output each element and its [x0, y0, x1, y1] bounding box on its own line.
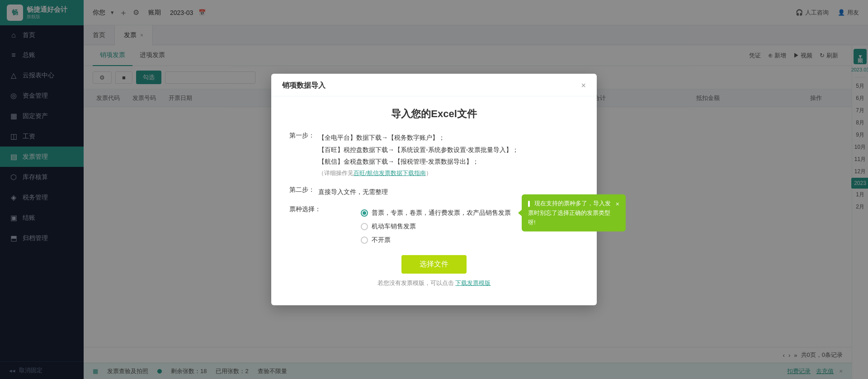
step1-label: 第一步：	[289, 132, 315, 140]
radio-option-3[interactable]	[361, 237, 368, 244]
radio-row-1: 普票，专票，卷票，通行费发票，农产品销售发票 × 现在支持的票种多了，导入发票时…	[361, 209, 526, 217]
download-hint-text: 若您没有发票模版，可以点击	[377, 280, 454, 286]
radio-row-3: 不开票	[361, 236, 526, 244]
step1-inline: 第一步： 【全电平台】数据下载→【税务数字账户】； 【百旺】税控盘数据下载→【系…	[289, 132, 579, 179]
download-hint: 若您没有发票模版，可以点击 下载发票模版	[377, 279, 491, 287]
step1-row: 第一步： 【全电平台】数据下载→【税务数字账户】； 【百旺】税控盘数据下载→【系…	[289, 132, 579, 179]
radio-group: 普票，专票，卷票，通行费发票，农产品销售发票 × 现在支持的票种多了，导入发票时…	[361, 209, 526, 244]
step1-line3: 【航信】金税盘数据下载→【报税管理-发票数据导出】；	[318, 156, 519, 168]
step1-line2: 【百旺】税控盘数据下载→【系统设置-系统参数设置-发票批量导入】；	[318, 144, 519, 156]
step2-label: 第二步：	[289, 186, 315, 194]
tooltip-bar	[528, 200, 530, 207]
radio-label-3: 不开票	[372, 236, 391, 244]
modal-main-title: 导入您的Excel文件	[289, 107, 579, 121]
step1-line1: 【全电平台】数据下载→【税务数字账户】；	[318, 132, 519, 144]
radio-option-1[interactable]	[361, 209, 368, 217]
modal-header: 销项数据导入 ×	[271, 74, 597, 96]
step1-hint: （详细操作见百旺/航信发票数据下载指南）	[318, 168, 519, 179]
modal-overlay[interactable]: 销项数据导入 × 导入您的Excel文件 第一步： 【全电平台】数据下载→【税务…	[0, 0, 868, 379]
ticket-row: 票种选择： 普票，专票，卷票，通行费发票，农产品销售发票	[289, 205, 579, 248]
radio-option-2[interactable]	[361, 223, 368, 230]
download-template-link[interactable]: 下载发票模版	[455, 280, 491, 286]
modal-body: 导入您的Excel文件 第一步： 【全电平台】数据下载→【税务数字账户】； 【百…	[271, 96, 597, 305]
tooltip-wrapper: × 现在支持的票种多了，导入发票时别忘了选择正确的发票类型呀!	[513, 194, 626, 232]
tooltip-close-btn[interactable]: ×	[616, 199, 619, 209]
radio-label-1: 普票，专票，卷票，通行费发票，农产品销售发票	[372, 209, 511, 217]
tooltip-bubble: × 现在支持的票种多了，导入发票时别忘了选择正确的发票类型呀!	[522, 194, 626, 232]
modal-close-button[interactable]: ×	[581, 81, 586, 90]
radio-row-2: 机动车销售发票	[361, 223, 526, 231]
select-file-button[interactable]: 选择文件	[401, 255, 467, 274]
modal-title: 销项数据导入	[282, 81, 326, 90]
tooltip-text: 现在支持的票种多了，导入发票时别忘了选择正确的发票类型呀!	[528, 200, 611, 226]
import-modal: 销项数据导入 × 导入您的Excel文件 第一步： 【全电平台】数据下载→【税务…	[271, 74, 597, 305]
modal-footer: 选择文件 若您没有发票模版，可以点击 下载发票模版	[289, 255, 579, 292]
ticket-label: 票种选择：	[289, 205, 321, 213]
tooltip-arrow	[518, 210, 522, 216]
radio-dot-1	[363, 211, 366, 215]
guide-link[interactable]: 百旺/航信发票数据下载指南	[354, 170, 426, 176]
ticket-inline: 票种选择： 普票，专票，卷票，通行费发票，农产品销售发票	[289, 205, 579, 248]
step1-content: 【全电平台】数据下载→【税务数字账户】； 【百旺】税控盘数据下载→【系统设置-系…	[318, 132, 519, 179]
step2-content: 直接导入文件，无需整理	[318, 186, 388, 198]
radio-label-2: 机动车销售发票	[372, 223, 416, 231]
radio-container: 普票，专票，卷票，通行费发票，农产品销售发票 × 现在支持的票种多了，导入发票时…	[325, 205, 526, 248]
